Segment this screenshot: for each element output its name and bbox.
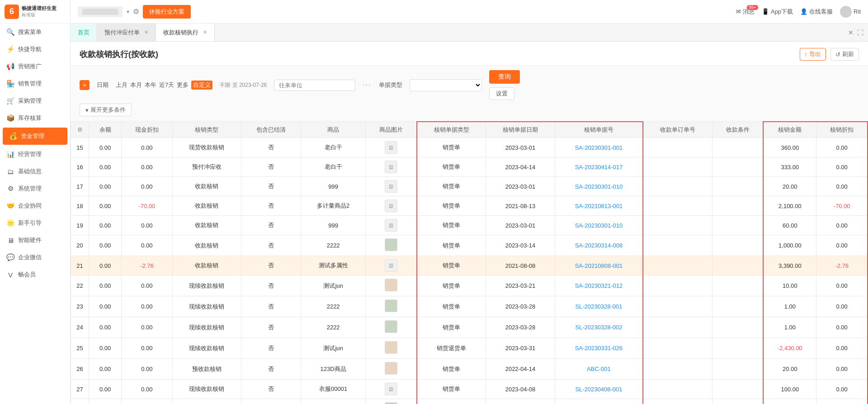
table-row: 260.000.00预收款核销否123D商品销货单2022-04-14ABC-0…: [71, 359, 868, 380]
bill-no-link[interactable]: SA-20230314-008: [575, 242, 623, 249]
table-row: 230.000.00现续收款核销否2222销货单2023-03-28SL-202…: [71, 296, 868, 317]
cell-cancel_bill_type: 销货单: [417, 256, 486, 276]
expand-icon[interactable]: ⛶: [857, 29, 863, 36]
date-opt-custom[interactable]: 自定义: [191, 81, 212, 90]
sidebar-item-search[interactable]: 🔍搜索菜单: [0, 24, 70, 41]
date-opt-7days[interactable]: 近7天: [159, 81, 174, 89]
message-btn[interactable]: ✉ 消息 99+: [736, 8, 755, 16]
receipt-tab-close[interactable]: ✕: [203, 29, 207, 35]
bill-no-link[interactable]: SA-20230414-017: [575, 164, 623, 171]
sidebar-item-marketing[interactable]: 📢营销推广: [0, 58, 70, 75]
from-unit-input[interactable]: [274, 80, 355, 91]
cell-cancel_bill_no: ABC-001: [555, 359, 643, 380]
settings-icon[interactable]: ⚙: [77, 126, 83, 133]
sidebar-item-member[interactable]: V畅会员: [0, 266, 70, 283]
bill-no-link[interactable]: SA-20230301-010: [575, 183, 623, 190]
product-image: [385, 320, 397, 333]
col-header-product: 商品: [301, 122, 365, 138]
sidebar-item-quick[interactable]: ⚡快捷导航: [0, 41, 70, 58]
bill-no-link[interactable]: SL-20230408-001: [575, 386, 622, 393]
sidebar-item-guide[interactable]: 🌟新手引导: [0, 214, 70, 232]
export-button[interactable]: ↑ 导出: [800, 48, 826, 61]
cell-product_img: [366, 296, 417, 317]
industry-btn[interactable]: 休验行业方案: [143, 5, 191, 19]
sidebar-item-ops[interactable]: 📊经营管理: [0, 146, 70, 163]
cell-balance: 0.00: [89, 276, 122, 296]
cell-cancel_discount: -70.00: [816, 196, 868, 216]
prepay-tab-close[interactable]: ✕: [144, 29, 148, 35]
cell-cancel_discount: 0.00: [816, 235, 868, 256]
bill-no-link[interactable]: SA-20230301-010: [575, 222, 623, 229]
col-settings[interactable]: ⚙: [71, 122, 89, 138]
cell-cash_discount: 0.00: [122, 380, 172, 399]
bill-no-link[interactable]: SA-20230331-026: [575, 345, 623, 352]
bill-no-link[interactable]: ABC-001: [587, 366, 611, 372]
tab-home[interactable]: 首页: [71, 24, 97, 41]
gear-icon[interactable]: ⚙: [133, 7, 139, 16]
date-opt-more[interactable]: 更多: [177, 81, 189, 89]
bill-no-link[interactable]: SL-20230328-001: [575, 303, 622, 310]
cell-cancel_bill_date: 2022-04-14: [486, 359, 555, 380]
user-info[interactable]: Rit: [840, 6, 861, 18]
bill-no-link[interactable]: SL-20230328-002: [575, 324, 622, 331]
bill-no-link[interactable]: SA-20230321-012: [575, 282, 623, 289]
sidebar-logo: 6 畅捷通谱好生意 标准版: [0, 0, 70, 24]
cell-product_img: [366, 235, 417, 256]
tab-receipt[interactable]: 收款核销执行 ✕: [156, 24, 215, 41]
sidebar-label-marketing: 营销推广: [18, 62, 42, 71]
refresh-button[interactable]: ↺ 刷新: [830, 48, 859, 61]
cell-cancel_discount: 0.00: [816, 177, 868, 196]
cell-cancel_bill_no: SL-20230328-002: [555, 317, 643, 338]
close-window-icon[interactable]: ✕: [848, 29, 854, 36]
bill-no-link[interactable]: SA-20230301-001: [575, 144, 623, 151]
col-label-cancel_bill_date: 核销单据日期: [503, 126, 538, 133]
app-download-btn[interactable]: 📱 App下载: [762, 8, 793, 16]
cell-receipt_condition: [712, 157, 763, 177]
bill-no-link[interactable]: SA-20210813-001: [575, 203, 623, 209]
sidebar-item-purchase[interactable]: 🛒采购管理: [0, 92, 70, 109]
sidebar-item-base[interactable]: 🗂基础信息: [0, 163, 70, 180]
sidebar-item-wechat[interactable]: 💬企业微信: [0, 249, 70, 266]
product-image: 🖼: [385, 259, 397, 272]
table-row: 220.000.00现续收款核销否测试jun销货单2023-03-21SA-20…: [71, 276, 868, 296]
table-area[interactable]: ⚙余额现金折扣核销类型包含已结清商品商品图片核销单据类型核销单据日期核销单据号收…: [71, 121, 868, 404]
expand-more-button[interactable]: ▾ 展开更多条件: [80, 104, 132, 116]
online-service-btn[interactable]: 👤 在线客服: [800, 8, 833, 16]
sidebar-item-sales[interactable]: 🏪销售管理: [0, 75, 70, 92]
tab-prepay[interactable]: 预付冲应付单 ✕: [97, 24, 156, 41]
sidebar-label-corp: 企业协同: [18, 202, 42, 210]
cell-rownum: 20: [71, 235, 89, 256]
query-button[interactable]: 查询: [489, 70, 520, 84]
sidebar-item-inventory[interactable]: 📦库存核算: [0, 109, 70, 127]
cell-balance: 0.00: [89, 399, 122, 404]
cell-cancel_amount: 60.00: [763, 216, 816, 235]
bill-no-link[interactable]: SA-20210808-001: [575, 262, 623, 269]
sidebar-item-funds[interactable]: 💰资金管理: [3, 128, 67, 145]
date-opt-last-month[interactable]: 上月: [116, 81, 127, 89]
cell-receipt_condition: [712, 177, 763, 196]
table-row: 180.00-70.00收款核销否多计量商品2🖼销货单2021-08-13SA-…: [71, 196, 868, 216]
sidebar-item-hardware[interactable]: 🖥智能硬件: [0, 232, 70, 249]
cell-product: 2222: [301, 296, 365, 317]
col-header-cancel_bill_no: 核销单据号: [555, 122, 643, 138]
chevron-down-icon[interactable]: ▾: [127, 9, 129, 15]
wechat-icon: 💬: [6, 253, 14, 261]
sidebar-item-corp[interactable]: 🤝企业协同: [0, 197, 70, 214]
topbar-right: ✉ 消息 99+ 📱 App下载 👤 在线客服 Rit: [736, 6, 861, 18]
cell-include_settled: 否: [241, 196, 301, 216]
sidebar-item-system[interactable]: ⚙系统管理: [0, 180, 70, 197]
filter-expand-button[interactable]: »: [80, 80, 90, 90]
service-label: 在线客服: [809, 8, 833, 16]
product-image: [385, 279, 397, 291]
main-area: ▾ ⚙ 休验行业方案 ✉ 消息 99+ 📱 App下载 👤 在线客服 Rit: [71, 0, 868, 404]
date-opt-this-month[interactable]: 本月: [130, 81, 142, 89]
cell-cancel_discount: 0.00: [816, 138, 868, 157]
cell-cancel_bill_no: SL-20230418-001: [555, 399, 643, 404]
cell-cancel_amount: 10.00: [763, 276, 816, 296]
date-opt-this-year[interactable]: 本年: [145, 81, 156, 89]
bill-type-select[interactable]: [410, 79, 482, 91]
tabbar: 首页 预付冲应付单 ✕ 收款核销执行 ✕ ✕ ⛶: [71, 24, 868, 42]
setting-button[interactable]: 设置: [489, 87, 514, 100]
cell-cancel_amount: 1.00: [763, 296, 816, 317]
topbar-brand: [78, 6, 123, 17]
